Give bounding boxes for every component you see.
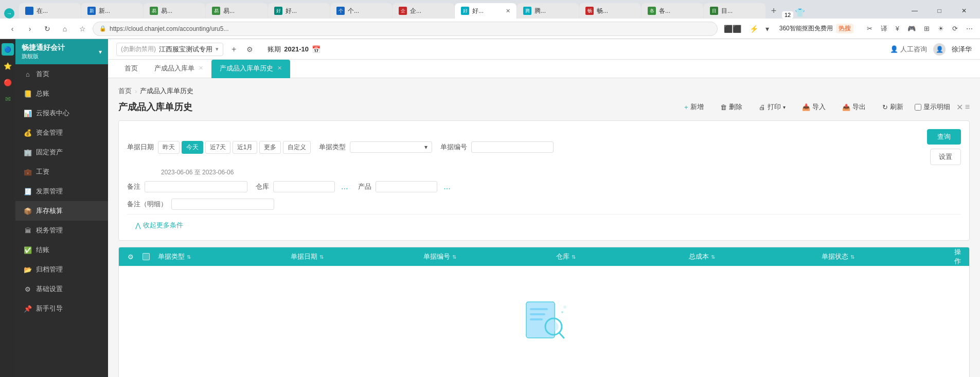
warehouse-ellipsis[interactable]: ... xyxy=(339,182,350,191)
tab-close-t8[interactable]: ✕ xyxy=(506,8,510,14)
show-cols-checkbox[interactable] xyxy=(915,104,921,111)
page-tab-voucher-list-close[interactable]: ✕ xyxy=(199,65,203,71)
tab-t11[interactable]: 各 各... xyxy=(642,3,703,19)
import-button[interactable]: 📥 导入 xyxy=(797,100,831,114)
sidebar-item-funds[interactable]: 💰 资金管理 xyxy=(15,123,108,142)
th-gear-icon[interactable]: ⚙ xyxy=(123,253,138,261)
tab-t2[interactable]: 新 新... xyxy=(81,3,143,19)
th-voucher-type[interactable]: 单据类型 ⇅ xyxy=(154,252,287,261)
panel-expand-button[interactable]: ≡ xyxy=(965,102,970,112)
th-total-cost[interactable]: 总成本 ⇅ xyxy=(685,252,817,261)
extensions-icon[interactable]: ⬛⬛ xyxy=(721,25,744,33)
remark-input[interactable] xyxy=(145,181,247,192)
sidebar-item-tax[interactable]: 🏛 税务管理 xyxy=(15,221,108,240)
icon-sidebar-item-1[interactable]: 🔵 xyxy=(2,43,14,56)
settings-icon[interactable]: ⋯ xyxy=(964,24,975,33)
theme-icon[interactable]: ☀ xyxy=(936,24,946,33)
select-all-checkbox[interactable] xyxy=(142,253,150,260)
scissors-icon[interactable]: ✂ xyxy=(865,24,875,33)
sidebar-item-base-settings[interactable]: ⚙ 基础设置 xyxy=(15,279,108,299)
warehouse-input[interactable] xyxy=(273,181,335,192)
export-button[interactable]: 📤 导出 xyxy=(837,100,871,114)
dropdown-icon[interactable]: ▾ xyxy=(763,25,771,33)
tab-t12[interactable]: 目 目... xyxy=(704,3,765,19)
lightning-icon[interactable]: ⚡ xyxy=(747,25,760,33)
yuan-icon[interactable]: ¥ xyxy=(894,24,901,33)
sync-icon[interactable]: ⟳ xyxy=(950,24,960,33)
refresh-button[interactable]: ↻ xyxy=(40,22,55,36)
sidebar-item-inventory[interactable]: 📦 库存核算 xyxy=(15,201,108,221)
th-voucher-date[interactable]: 单据日期 ⇅ xyxy=(287,252,419,261)
date-custom-btn[interactable]: 自定义 xyxy=(283,141,311,154)
remark-detail-input[interactable] xyxy=(171,199,274,210)
tab-t1[interactable]: 在... xyxy=(19,3,81,19)
add-company-button[interactable]: + xyxy=(229,45,238,54)
new-tab-button[interactable]: + xyxy=(766,3,781,19)
user-service-button[interactable]: 👤 人工咨询 xyxy=(890,45,927,54)
tab-t3[interactable]: 易 易... xyxy=(144,3,205,19)
game-icon[interactable]: 🎮 xyxy=(905,24,918,33)
close-button[interactable]: ✕ xyxy=(952,3,976,19)
breadcrumb-home[interactable]: 首页 xyxy=(118,86,132,96)
sidebar-item-invoice[interactable]: 🧾 发票管理 xyxy=(15,182,108,201)
page-tab-voucher-history-close[interactable]: ✕ xyxy=(277,65,282,71)
show-cols-checkbox-label[interactable]: 显示明细 xyxy=(915,102,950,112)
home-button[interactable]: ⌂ xyxy=(58,22,72,36)
panel-close-button[interactable]: ✕ xyxy=(956,102,963,112)
sidebar-item-fixed-assets[interactable]: 🏢 固定资产 xyxy=(15,142,108,162)
sidebar-item-report[interactable]: 📊 云报表中心 xyxy=(15,103,108,123)
grid-icon[interactable]: ⊞ xyxy=(922,24,932,33)
tab-t7[interactable]: 企 企... xyxy=(393,3,454,19)
tab-t4[interactable]: 易 易... xyxy=(206,3,268,19)
sidebar-item-checkout[interactable]: ✅ 结账 xyxy=(15,240,108,260)
sidebar-item-payroll[interactable]: 💼 工资 xyxy=(15,162,108,182)
date-lastmonth-btn[interactable]: 近1月 xyxy=(233,141,258,154)
company-selector[interactable]: (勿删勿禁用) 江西服宝测试专用 ▾ xyxy=(116,43,223,56)
date-yesterday-btn[interactable]: 昨天 xyxy=(158,141,180,154)
product-ellipsis[interactable]: ... xyxy=(441,182,452,191)
user-avatar[interactable]: 👤 xyxy=(933,43,946,56)
icon-sidebar-item-4[interactable]: ✉ xyxy=(2,93,14,105)
period-calendar-icon[interactable]: 📅 xyxy=(312,45,320,53)
settings-gear-button[interactable]: ⚙ xyxy=(244,45,255,53)
translate-icon[interactable]: 译 xyxy=(879,23,889,34)
icon-sidebar-item-3[interactable]: 🔴 xyxy=(2,76,14,88)
th-voucher-no[interactable]: 单据编号 ⇅ xyxy=(419,252,552,261)
delete-button[interactable]: 🗑 删除 xyxy=(715,100,747,114)
tab-count-badge[interactable]: 12 xyxy=(782,11,793,19)
query-button[interactable]: 查询 xyxy=(927,129,961,145)
filter-settings-button[interactable]: 设置 xyxy=(930,149,961,165)
product-input[interactable] xyxy=(376,181,437,192)
sidebar-item-home[interactable]: ⌂ 首页 xyxy=(15,64,108,84)
refresh-button[interactable]: ↻ 刷新 xyxy=(877,100,908,114)
bookmark-button[interactable]: ☆ xyxy=(75,22,90,36)
sidebar-header[interactable]: 畅捷通好会计 旗舰版 ▾ xyxy=(15,39,108,64)
date-more-btn[interactable]: 更多 xyxy=(259,141,281,154)
back-button[interactable]: ‹ xyxy=(5,22,20,36)
page-tab-voucher-history[interactable]: 产成品入库单历史 ✕ xyxy=(211,60,290,78)
tab-t9[interactable]: 腾 腾... xyxy=(517,3,579,19)
minimize-button[interactable]: — xyxy=(903,3,926,19)
forward-button[interactable]: › xyxy=(23,22,37,36)
voucher-no-input[interactable] xyxy=(471,141,554,153)
add-button[interactable]: + 新增 xyxy=(679,100,709,114)
sidebar-item-archive[interactable]: 📂 归档管理 xyxy=(15,260,108,279)
tab-t6[interactable]: 个 个... xyxy=(330,3,392,19)
url-input[interactable]: 🔒 https://cloud.chanjet.com/accounting/u… xyxy=(93,22,718,36)
date-last7days-btn[interactable]: 近7天 xyxy=(205,141,230,154)
print-button[interactable]: 🖨 打印 ▾ xyxy=(754,100,791,114)
icon-sidebar-item-2[interactable]: ⭐ xyxy=(2,60,14,72)
tab-t5[interactable]: 好 好... xyxy=(268,3,330,19)
page-tab-home[interactable]: 首页 xyxy=(116,60,146,78)
collapse-filter-button[interactable]: ⋀ 收起更多条件 xyxy=(127,219,961,232)
th-warehouse[interactable]: 仓库 ⇅ xyxy=(552,252,685,261)
tab-t10[interactable]: 畅 畅... xyxy=(579,3,641,19)
voucher-type-select[interactable]: ▾ xyxy=(350,141,432,153)
tab-t8[interactable]: 好 好... ✕ xyxy=(455,3,516,19)
th-status[interactable]: 单据状态 ⇅ xyxy=(817,252,950,261)
sidebar-item-ledger[interactable]: 📒 总账 xyxy=(15,84,108,103)
date-today-btn[interactable]: 今天 xyxy=(182,141,203,154)
th-checkbox[interactable] xyxy=(138,253,154,260)
sidebar-item-new-guide[interactable]: 📌 新手引导 xyxy=(15,299,108,318)
page-tab-voucher-list[interactable]: 产成品入库单 ✕ xyxy=(146,60,211,78)
